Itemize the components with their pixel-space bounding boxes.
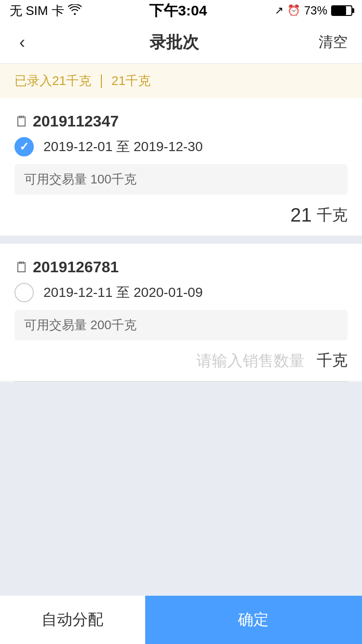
batch-header-1: 🗒 2019112347 (14, 112, 348, 130)
quantity-unit-2: 千克 (317, 350, 348, 371)
batch-header-2: 🗒 2019126781 (14, 258, 348, 276)
quantity-row-1: 21 千克 (0, 195, 362, 236)
batch-icon-2: 🗒 (14, 259, 29, 276)
batch-card-1: 🗒 2019112347 2019-12-01 至 2019-12-30 可用交… (0, 98, 362, 236)
battery-percent: 73% (304, 4, 327, 17)
battery-indicator (331, 5, 352, 16)
total-label: 21千克 (111, 72, 151, 89)
batch-available-1: 可用交易量 100千克 (14, 164, 348, 195)
confirm-button[interactable]: 确定 (145, 596, 362, 644)
batch-date-2: 2019-12-11 至 2020-01-09 (43, 283, 203, 302)
wifi-icon (68, 3, 82, 18)
nav-bar: ‹ 录批次 清空 (0, 21, 362, 64)
batch-id-1: 2019112347 (33, 112, 119, 130)
recorded-label: 已录入21千克 (14, 72, 91, 89)
status-bar: 无 SIM 卡 下午3:04 ↗ ⏰ 73% (0, 0, 362, 21)
batch-icon-1: 🗒 (14, 113, 29, 130)
back-button[interactable]: ‹ (14, 28, 30, 57)
status-left: 无 SIM 卡 (10, 2, 82, 19)
clear-button[interactable]: 清空 (319, 32, 348, 52)
quantity-value-1: 21 (291, 204, 312, 226)
gray-area (0, 382, 362, 604)
location-icon: ↗ (275, 4, 283, 17)
quantity-input-row-2[interactable]: 千克 (0, 340, 362, 381)
batch-available-2: 可用交易量 200千克 (14, 310, 348, 340)
info-banner: 已录入21千克 21千克 (0, 64, 362, 98)
batch-id-2: 2019126781 (33, 258, 119, 276)
banner-divider (101, 74, 102, 88)
quantity-unit-1: 千克 (317, 205, 348, 226)
quantity-input-2[interactable] (14, 352, 312, 370)
carrier-text: 无 SIM 卡 (10, 2, 64, 19)
section-separator (0, 236, 362, 244)
radio-unselected-2[interactable] (14, 283, 34, 302)
batch-date-row-1[interactable]: 2019-12-01 至 2019-12-30 (14, 137, 348, 156)
alarm-icon: ⏰ (287, 4, 300, 17)
radio-selected-1[interactable] (14, 137, 34, 156)
batch-item-2: 🗒 2019126781 2019-12-11 至 2020-01-09 可用交… (0, 244, 362, 340)
status-right: ↗ ⏰ 73% (275, 4, 352, 17)
page-title: 录批次 (150, 31, 199, 54)
time-display: 下午3:04 (149, 1, 207, 21)
batch-item-1: 🗒 2019112347 2019-12-01 至 2019-12-30 可用交… (0, 98, 362, 195)
batch-date-1: 2019-12-01 至 2019-12-30 (43, 138, 203, 156)
batch-card-2: 🗒 2019126781 2019-12-11 至 2020-01-09 可用交… (0, 244, 362, 382)
batch-date-row-2[interactable]: 2019-12-11 至 2020-01-09 (14, 283, 348, 302)
bottom-bar: 自动分配 确定 (0, 596, 362, 644)
auto-distribute-button[interactable]: 自动分配 (0, 596, 145, 644)
